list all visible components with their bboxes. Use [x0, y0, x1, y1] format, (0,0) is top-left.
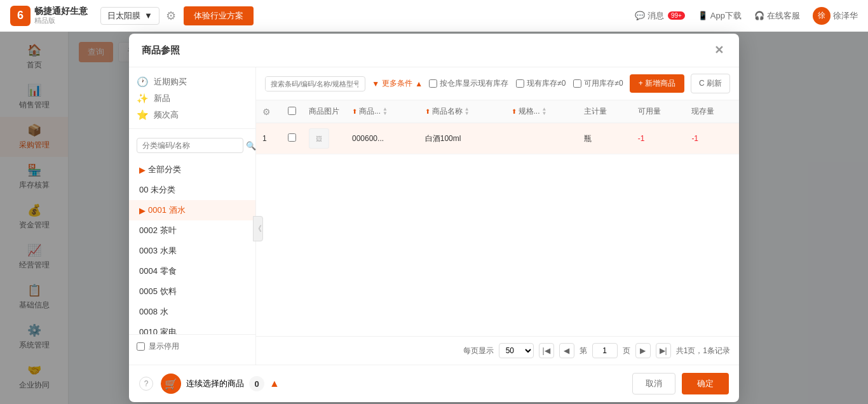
message-badge: 99+ [668, 11, 685, 20]
check-warehouse[interactable]: 按仓库显示现有库存 [429, 78, 508, 89]
add-product-btn[interactable]: + 新增商品 [630, 74, 684, 93]
cell-code: 000600... [346, 123, 419, 154]
help-icon[interactable]: ? [139, 377, 153, 391]
product-image: 🖼 [309, 128, 329, 149]
warehouse-label: 按仓库显示现有库存 [440, 78, 508, 89]
warehouse-checkbox[interactable] [429, 79, 437, 88]
pagination-bar: 每页显示 50 100 200 |◀ ◀ 第 页 ▶ [256, 336, 739, 365]
th-stock: 现存量 [685, 100, 739, 123]
page-last-btn[interactable]: ▶| [656, 343, 671, 358]
check-available[interactable]: 现有库存≠0 [516, 78, 566, 89]
star-icon: ⭐ [137, 109, 149, 121]
sort-arrow-code: ⬆ [352, 108, 357, 115]
tree-item-appliance[interactable]: 0010 家电 [129, 322, 255, 334]
left-panel: 🕐 近期购买 ✨ 新品 ⭐ 频次高 [129, 67, 256, 365]
sort-arrow-name: ⬆ [425, 108, 430, 115]
tree-item-liquor[interactable]: ▶ 0001 酒水 [129, 200, 255, 220]
page-prev-btn[interactable]: ◀ [559, 343, 574, 358]
select-all-checkbox[interactable] [288, 107, 296, 115]
th-available: 可用量 [632, 100, 686, 123]
more-filter-label: 更多条件 [382, 78, 412, 89]
collapse-cart-btn[interactable]: ▲ [269, 378, 280, 389]
username: 徐泽华 [833, 10, 858, 22]
message-icon: 💬 [635, 11, 645, 20]
per-page-label: 每页显示 [463, 346, 494, 356]
nav-app-download[interactable]: 📱 App下载 [698, 10, 742, 22]
product-table-wrap: ⚙ 商品图片 [256, 100, 739, 336]
cell-name: 白酒100ml [419, 123, 505, 154]
check-usable[interactable]: 可用库存≠0 [573, 78, 623, 89]
tree-item-uncat[interactable]: 00 未分类 [129, 180, 255, 200]
store-dropdown-icon: ▼ [144, 11, 153, 20]
per-page-select[interactable]: 50 100 200 [499, 343, 534, 358]
tree-label-fruit: 0003 水果 [139, 245, 177, 257]
show-disabled-checkbox[interactable] [137, 342, 145, 351]
modal-close-btn[interactable]: ✕ [711, 43, 726, 58]
usable-checkbox[interactable] [573, 79, 581, 88]
category-search-row: 🔍 [129, 134, 255, 157]
experience-btn[interactable]: 体验行业方案 [184, 6, 254, 25]
quick-filter-new-label: 新品 [154, 93, 170, 104]
page-number-input[interactable] [592, 343, 618, 358]
panel-collapse-btn[interactable]: 《 [253, 216, 263, 241]
refresh-btn[interactable]: C 刷新 [691, 74, 730, 93]
quick-filter-recent[interactable]: 🕐 近期购买 [129, 74, 255, 90]
modal-body: 🕐 近期购买 ✨ 新品 ⭐ 频次高 [129, 67, 739, 365]
th-spec-label: 规格... [519, 106, 540, 117]
tree-item-tea[interactable]: 0002 茶叶 [129, 220, 255, 241]
tree-label-tea: 0002 茶叶 [139, 225, 177, 236]
category-search-icon[interactable]: 🔍 [246, 141, 256, 151]
nav-messages[interactable]: 💬 消息 99+ [635, 10, 685, 22]
product-search-btn[interactable]: 🔍 [363, 79, 365, 89]
tree-item-drinks[interactable]: 0005 饮料 [129, 281, 255, 302]
page-first-btn[interactable]: |◀ [539, 343, 554, 358]
tree-item-fruit[interactable]: 0003 水果 [129, 241, 255, 261]
tree-arrow-all: ▶ [139, 165, 146, 175]
brand-edition: 精品版 [34, 16, 88, 25]
product-search-wrap: 🔍 [265, 76, 365, 91]
table-row[interactable]: 1 🖼 000600... 白酒100ml [256, 123, 739, 154]
th-name: ⬆ 商品名称 ▲▼ [419, 100, 505, 123]
cell-no: 1 [256, 123, 281, 154]
row-checkbox[interactable] [288, 133, 296, 142]
nav-service[interactable]: 🎧 在线客服 [754, 10, 800, 22]
cart-count: 0 [249, 376, 264, 391]
tree-item-water[interactable]: 0008 水 [129, 302, 255, 322]
available-checkbox[interactable] [516, 79, 524, 88]
message-label: 消息 [648, 10, 664, 22]
cart-section: 🛒 连续选择的商品 0 ▲ [161, 374, 625, 394]
gear-settings-icon[interactable]: ⚙ [262, 107, 271, 117]
more-filter-btn[interactable]: ▼ 更多条件 ▲ [372, 78, 423, 89]
cancel-btn[interactable]: 取消 [632, 373, 675, 394]
filter-icon: ▼ [372, 79, 379, 88]
tree-item-snack[interactable]: 0004 零食 [129, 261, 255, 281]
th-spec: ⬆ 规格... ▲▼ [505, 100, 578, 123]
filter-checks: 按仓库显示现有库存 现有库存≠0 可用库存≠0 [429, 78, 623, 89]
th-img: 商品图片 [302, 100, 346, 123]
cell-checkbox [281, 123, 302, 154]
confirm-btn[interactable]: 确定 [682, 373, 729, 394]
usable-label: 可用库存≠0 [584, 78, 623, 89]
page-next-btn[interactable]: ▶ [635, 343, 651, 358]
cell-available: -1 [632, 123, 686, 154]
table-header: ⚙ 商品图片 [256, 100, 739, 123]
page-label: 第 [580, 346, 587, 356]
quick-filter-frequent[interactable]: ⭐ 频次高 [129, 107, 255, 123]
brand-info: 畅捷通好生意 精品版 [34, 6, 88, 26]
product-search-input[interactable] [266, 77, 363, 91]
th-unit: 主计量 [578, 100, 632, 123]
tree-label-snack: 0004 零食 [139, 266, 177, 277]
page-label-end: 页 [623, 346, 630, 356]
gear-icon[interactable]: ⚙ [166, 9, 176, 23]
tree-label-water: 0008 水 [139, 306, 168, 318]
quick-filter-new[interactable]: ✨ 新品 [129, 90, 255, 107]
table-body: 1 🖼 000600... 白酒100ml [256, 123, 739, 154]
category-search-input[interactable] [137, 138, 243, 153]
user-info[interactable]: 徐 徐泽华 [813, 7, 858, 25]
tree-item-all[interactable]: ▶ 全部分类 [129, 159, 255, 180]
panel-footer: 显示停用 [129, 334, 255, 358]
logo-area: 6 畅捷通好生意 精品版 [10, 6, 88, 26]
cart-label: 连续选择的商品 [186, 378, 244, 389]
show-disabled-label[interactable]: 显示停用 [137, 341, 248, 352]
store-selector[interactable]: 日太阳膜 ▼ [100, 7, 159, 25]
